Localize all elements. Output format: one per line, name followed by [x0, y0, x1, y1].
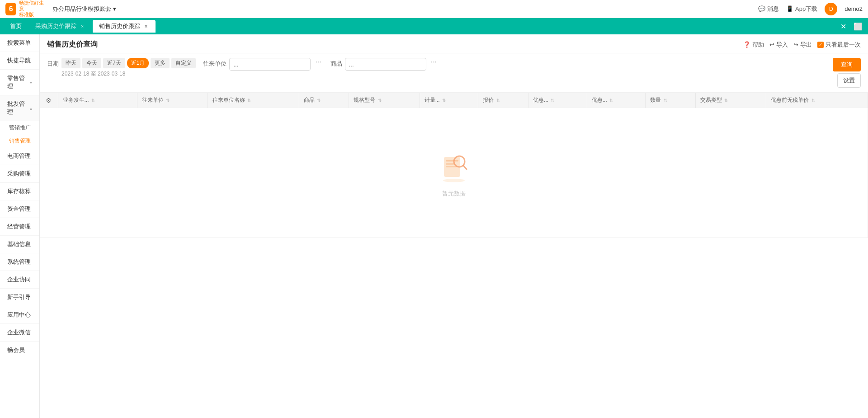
sidebar-sub-sales-mgmt[interactable]: 销售管理	[0, 134, 39, 147]
sidebar-item-inventory[interactable]: 库存核算	[0, 183, 39, 200]
svg-line-6	[463, 166, 467, 169]
sidebar-item-finance[interactable]: 资金管理	[0, 200, 39, 218]
table-container: ⚙ 业务发生... ⇅ 往来单位 ⇅ 往来单位名称 ⇅	[40, 93, 868, 418]
tab-sales-close[interactable]: ×	[143, 23, 149, 29]
chevron-down-icon: ▾	[30, 80, 32, 85]
maximize-icon[interactable]: ⬜	[852, 21, 864, 32]
page-actions: ❓ 帮助 ↩ 导入 ↪ 导出 ✓ 只看最后一次	[743, 41, 861, 49]
tabs-bar: 首页 采购历史价跟踪 × 销售历史价跟踪 × ✕ ⬜	[0, 18, 868, 34]
goods-label: 商品	[330, 58, 342, 68]
svg-point-0	[443, 179, 465, 182]
app-selector[interactable]: 办公用品行业模拟账套 ▾	[49, 3, 120, 15]
export-button[interactable]: ↪ 导出	[793, 41, 812, 49]
table-gear-icon[interactable]: ⚙	[46, 97, 52, 104]
date-filter-group: 日期 昨天 今天 近7天 近1月 更多 自定义 2023-02-18 至 202…	[47, 58, 196, 78]
checkbox-icon: ✓	[817, 42, 824, 48]
export-icon: ↪	[793, 41, 798, 48]
partner-dots-icon[interactable]: ···	[313, 58, 323, 66]
sort-icon: ⇅	[496, 98, 500, 103]
sidebar-item-ecommerce[interactable]: 电商管理	[0, 147, 39, 165]
th-unit[interactable]: 计量... ⇅	[420, 93, 478, 108]
date-btn-more[interactable]: 更多	[151, 58, 170, 68]
help-button[interactable]: ❓ 帮助	[743, 41, 764, 49]
tab-sales[interactable]: 销售历史价跟踪 ×	[93, 20, 156, 33]
th-goods[interactable]: 商品 ⇅	[299, 93, 349, 108]
sort-icon: ⇅	[442, 98, 446, 103]
th-discount2[interactable]: 优惠... ⇅	[587, 93, 646, 108]
goods-dots-icon[interactable]: ···	[429, 58, 439, 66]
empty-text: 暂元数据	[442, 190, 466, 198]
data-table: ⚙ 业务发生... ⇅ 往来单位 ⇅ 往来单位名称 ⇅	[40, 93, 868, 238]
page-header: 销售历史价查询 ❓ 帮助 ↩ 导入 ↪ 导出 ✓ 只看最后一次	[40, 34, 868, 53]
sidebar-item-member[interactable]: 畅会员	[0, 342, 39, 359]
app-download-button[interactable]: 📱 App下载	[786, 5, 817, 13]
date-btn-today[interactable]: 今天	[82, 58, 101, 68]
th-settings: ⚙	[40, 93, 58, 108]
logo-area: 6 畅捷信好生意 标准版	[5, 0, 45, 18]
tab-purchase-close[interactable]: ×	[79, 23, 85, 29]
th-partner-code[interactable]: 往来单位 ⇅	[137, 93, 208, 108]
main-layout: 搜索菜单 快捷导航 零售管理 ▾ 批发管理 ▴ 营销推广 销售管理 电商管理 采…	[0, 34, 868, 418]
date-btn-yesterday[interactable]: 昨天	[61, 58, 80, 68]
sidebar-item-wholesale[interactable]: 批发管理 ▴	[0, 95, 39, 121]
sort-icon: ⇅	[91, 98, 95, 103]
query-button[interactable]: 查询	[833, 58, 861, 71]
sidebar-item-wechat[interactable]: 企业微信	[0, 324, 39, 342]
date-btn-7days[interactable]: 近7天	[103, 58, 125, 68]
empty-state-row: 暂元数据	[40, 108, 868, 238]
content-area: 销售历史价查询 ❓ 帮助 ↩ 导入 ↪ 导出 ✓ 只看最后一次	[40, 34, 868, 418]
date-btn-1month[interactable]: 近1月	[127, 58, 149, 68]
top-bar: 6 畅捷信好生意 标准版 办公用品行业模拟账套 ▾ 💬 消息 📱 App下载 D…	[0, 0, 868, 18]
user-avatar[interactable]: D	[825, 3, 837, 15]
sidebar-item-newbie[interactable]: 新手引导	[0, 289, 39, 306]
th-spec[interactable]: 规格型号 ⇅	[349, 93, 420, 108]
partner-label: 往来单位	[203, 58, 226, 68]
page-title: 销售历史价查询	[47, 40, 98, 49]
sort-icon: ⇅	[166, 98, 170, 103]
sidebar-item-search[interactable]: 搜索菜单	[0, 34, 39, 52]
svg-rect-4	[446, 166, 457, 167]
sort-icon: ⇅	[378, 98, 382, 103]
th-qty[interactable]: 数量 ⇅	[646, 93, 696, 108]
sidebar-item-shortcut[interactable]: 快捷导航	[0, 52, 39, 70]
partner-input[interactable]	[229, 58, 311, 71]
tab-home[interactable]: 首页	[4, 20, 28, 33]
import-button[interactable]: ↩ 导入	[769, 41, 788, 49]
message-button[interactable]: 💬 消息	[758, 5, 779, 13]
th-partner-name[interactable]: 往来单位名称 ⇅	[208, 93, 299, 108]
th-trade-type[interactable]: 交易类型 ⇅	[696, 93, 766, 108]
sort-icon: ⇅	[724, 98, 728, 103]
sidebar-item-system[interactable]: 系统管理	[0, 253, 39, 271]
sidebar-sub-marketing[interactable]: 营销推广	[0, 121, 39, 134]
sidebar-item-retail[interactable]: 零售管理 ▾	[0, 70, 39, 95]
chevron-down-icon: ▾	[113, 5, 116, 12]
import-icon: ↩	[769, 41, 774, 48]
sort-icon: ⇅	[551, 98, 554, 103]
empty-illustration	[436, 148, 472, 184]
message-icon: 💬	[758, 5, 765, 12]
sort-icon: ⇅	[811, 98, 815, 103]
date-range-display: 2023-02-18 至 2023-03-18	[61, 70, 196, 78]
date-btn-custom[interactable]: 自定义	[171, 58, 196, 68]
setting-button[interactable]: 设置	[837, 73, 861, 88]
sidebar-item-basic[interactable]: 基础信息	[0, 236, 39, 253]
th-biz-date[interactable]: 业务发生... ⇅	[58, 93, 137, 108]
goods-filter-group: 商品 ···	[330, 58, 439, 71]
only-last-checkbox[interactable]: ✓ 只看最后一次	[817, 41, 861, 49]
sidebar-item-purchase[interactable]: 采购管理	[0, 165, 39, 183]
logo-icon: 6	[5, 3, 16, 15]
partner-filter-group: 往来单位 ···	[203, 58, 323, 71]
close-window-icon[interactable]: ✕	[839, 21, 848, 32]
logo-text: 畅捷信好生意 标准版	[19, 0, 45, 18]
sidebar-item-apps[interactable]: 应用中心	[0, 306, 39, 324]
sidebar-item-operation[interactable]: 经营管理	[0, 218, 39, 236]
th-pretax[interactable]: 优惠前无税单价 ⇅	[766, 93, 868, 108]
sidebar-item-enterprise[interactable]: 企业协同	[0, 271, 39, 289]
tab-purchase[interactable]: 采购历史价跟踪 ×	[29, 20, 92, 33]
goods-input[interactable]	[345, 58, 426, 71]
download-icon: 📱	[786, 5, 793, 12]
help-icon: ❓	[743, 41, 750, 48]
empty-state: 暂元数据	[44, 112, 863, 234]
th-discount1[interactable]: 优惠... ⇅	[528, 93, 587, 108]
th-quote[interactable]: 报价 ⇅	[478, 93, 528, 108]
